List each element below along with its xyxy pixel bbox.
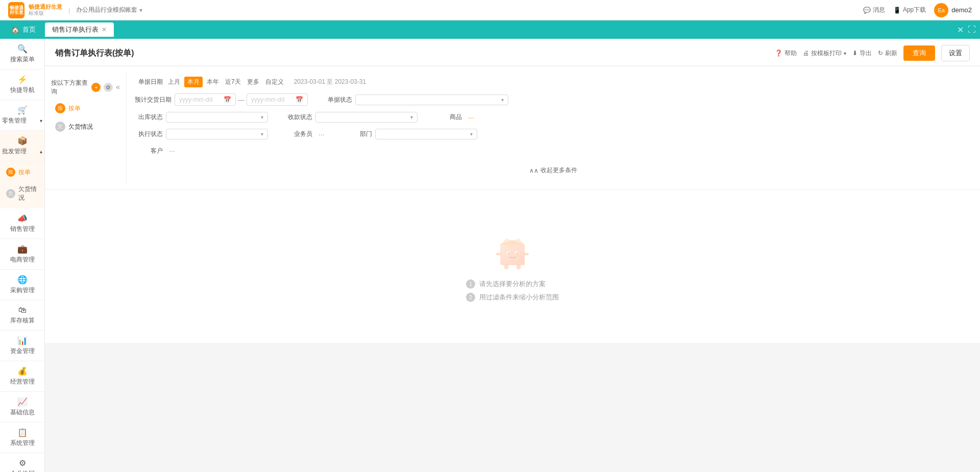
svg-point-4 xyxy=(516,252,518,254)
salesman-dots-btn[interactable]: ··· xyxy=(315,129,328,139)
svg-point-3 xyxy=(508,252,509,254)
empty-tip-1: 1 请先选择要分析的方案 xyxy=(466,279,559,289)
help-btn[interactable]: ❓ 帮助 xyxy=(775,49,797,58)
plan-item-arrears[interactable]: 欠 欠货情况 xyxy=(45,117,126,136)
exec-arrow-icon: ▾ xyxy=(261,131,263,137)
expected-date-to[interactable]: yyyy-mm-dd 📅 xyxy=(247,93,308,106)
message-icon: 💬 xyxy=(863,7,871,14)
sidebar-item-wholesale[interactable]: 📦 批发管理 ▴ xyxy=(0,131,44,161)
app-logo: 畅捷通好生意 xyxy=(8,2,24,18)
svg-rect-5 xyxy=(496,253,501,255)
app-download-btn[interactable]: 📱 App下载 xyxy=(893,6,926,14)
export-icon: ⬇ xyxy=(852,50,857,57)
basic-info-icon: 📋 xyxy=(17,428,28,437)
breadcrumb: 办公用品行业模拟账套 ▾ xyxy=(76,6,142,14)
finance-icon: 💰 xyxy=(17,366,28,376)
sidebar-item-marketing[interactable]: 📣 销售管理 xyxy=(0,208,44,239)
sidebar-item-search-menu[interactable]: 🔍 搜索菜单 xyxy=(0,39,44,69)
arrears-icon: 欠 xyxy=(6,189,15,198)
settings-button[interactable]: 设置 xyxy=(941,45,970,61)
filter-department: 部门 ▾ xyxy=(344,129,477,139)
add-plan-btn[interactable]: + xyxy=(91,83,101,92)
search-button[interactable]: 查询 xyxy=(903,45,935,61)
message-btn[interactable]: 💬 消息 xyxy=(863,6,885,14)
department-label: 部门 xyxy=(344,130,372,138)
filter-customer: 客户 ··· xyxy=(135,146,178,156)
delivery-status-select[interactable]: ▾ xyxy=(166,112,268,123)
sidebar-item-basic-info[interactable]: 📋 系统管理 xyxy=(0,422,44,453)
tab-home[interactable]: 🏠 首页 xyxy=(4,22,43,37)
tip-num-1: 1 xyxy=(466,279,475,289)
customer-dots-btn[interactable]: ··· xyxy=(166,146,178,156)
date-tab-this-year[interactable]: 本年 xyxy=(205,77,221,87)
expected-date-to-placeholder: yyyy-mm-dd xyxy=(251,96,284,103)
page-title: 销售订单执行表(按单) xyxy=(55,48,134,59)
expand-icon[interactable]: ⛶ xyxy=(968,25,976,34)
filter-payment-status: 收款状态 ▾ xyxy=(284,112,418,123)
close-tab-icon[interactable]: ✕ xyxy=(102,26,107,33)
date-tab-this-month[interactable]: 本月 xyxy=(184,77,203,87)
collapse-up-icon: ∧∧ xyxy=(529,167,538,174)
filter-order-status: 单据状态 ▾ xyxy=(324,95,508,105)
empty-tip-2: 2 用过滤条件来缩小分析范围 xyxy=(466,293,559,302)
settings-plan-btn[interactable]: ⚙ xyxy=(104,83,113,92)
close-window-icon[interactable]: ✕ xyxy=(957,25,964,35)
plan-arrears-label: 欠货情况 xyxy=(68,123,93,131)
date-tab-custom[interactable]: 自定义 xyxy=(263,77,286,87)
sidebar-item-sales[interactable]: 💼 电商管理 xyxy=(0,239,44,270)
sidebar-item-quick-nav[interactable]: ⚡ 快捷导航 xyxy=(0,69,44,100)
svg-rect-8 xyxy=(517,264,521,269)
order-status-arrow-icon: ▾ xyxy=(501,97,504,103)
svg-rect-6 xyxy=(524,253,529,255)
date-tab-7days[interactable]: 近7天 xyxy=(223,77,243,87)
payment-status-select[interactable]: ▾ xyxy=(315,112,418,123)
export-btn[interactable]: ⬇ 导出 xyxy=(852,49,872,58)
date-range-display: 2023-03-01 至 2023-03-31 xyxy=(294,78,366,86)
sidebar: 🔍 搜索菜单 ⚡ 快捷导航 🛒 零售管理 ▾ 📦 批发管理 ▴ 按 按单 xyxy=(0,39,45,472)
filter-product: 商品 ··· xyxy=(434,112,477,123)
exec-status-label: 执行状态 xyxy=(135,130,163,138)
filter-sidebar: 按以下方案查询 + ⚙ « 按 按单 欠 欠货情况 xyxy=(45,72,127,184)
exec-status-select[interactable]: ▾ xyxy=(166,129,268,139)
empty-tips: 1 请先选择要分析的方案 2 用过滤条件来缩小分析范围 xyxy=(466,279,559,302)
sidebar-item-inventory[interactable]: 📊 资金管理 xyxy=(0,331,44,361)
plan-item-order[interactable]: 按 按单 xyxy=(45,99,126,117)
inventory-icon: 📊 xyxy=(17,336,28,345)
template-print-btn[interactable]: 🖨 按模板打印 ▾ xyxy=(803,49,846,58)
sidebar-item-operations[interactable]: 📈 基础信息 xyxy=(0,392,44,422)
customer-label: 客户 xyxy=(135,147,163,155)
department-select[interactable]: ▾ xyxy=(375,129,477,139)
plan-arrears-icon: 欠 xyxy=(55,122,65,132)
order-date-label: 单据日期 xyxy=(135,78,163,86)
expected-date-from[interactable]: yyyy-mm-dd 📅 xyxy=(175,93,236,106)
sidebar-item-system[interactable]: ⚙ 企业协同 xyxy=(0,453,44,472)
order-status-select[interactable]: ▾ xyxy=(355,95,508,105)
product-dots-btn[interactable]: ··· xyxy=(465,112,477,123)
filter-exec-status: 执行状态 ▾ xyxy=(135,129,268,139)
collapse-sidebar-icon[interactable]: « xyxy=(116,83,120,92)
empty-state: 1 请先选择要分析的方案 2 用过滤条件来缩小分析范围 xyxy=(45,190,980,343)
order-icon: 按 xyxy=(6,168,15,177)
date-tab-more[interactable]: 更多 xyxy=(245,77,261,87)
sidebar-sub-item-order[interactable]: 按 按单 xyxy=(0,163,44,181)
ecommerce-icon: 🌐 xyxy=(17,275,28,285)
plan-item-label: 按单 xyxy=(68,104,81,113)
delivery-arrow-icon: ▾ xyxy=(261,114,263,120)
download-icon: 📱 xyxy=(893,7,901,14)
sidebar-item-purchase[interactable]: 🛍 库存核算 xyxy=(0,300,44,331)
collapse-more-btn[interactable]: ∧∧ 收起更多条件 xyxy=(529,166,577,175)
avatar: Ea xyxy=(934,3,948,17)
date-tab-last-month[interactable]: 上月 xyxy=(166,77,182,87)
calendar-from-icon: 📅 xyxy=(224,96,231,103)
sidebar-sub-item-arrears[interactable]: 欠 欠货情况 xyxy=(0,181,44,206)
sidebar-item-ecommerce[interactable]: 🌐 采购管理 xyxy=(0,270,44,300)
sidebar-item-finance[interactable]: 💰 经营管理 xyxy=(0,361,44,392)
user-area[interactable]: Ea demo2 xyxy=(934,3,972,17)
empty-illustration xyxy=(492,230,533,271)
payment-arrow-icon: ▾ xyxy=(410,114,413,120)
tab-sales-exec[interactable]: 销售订单执行表 ✕ xyxy=(45,22,114,37)
refresh-btn[interactable]: ↻ 刷新 xyxy=(878,49,897,58)
plan-order-icon: 按 xyxy=(55,103,65,113)
filter-salesman: 业务员 ··· xyxy=(284,129,328,139)
sidebar-item-retail[interactable]: 🛒 零售管理 ▾ xyxy=(0,100,44,131)
